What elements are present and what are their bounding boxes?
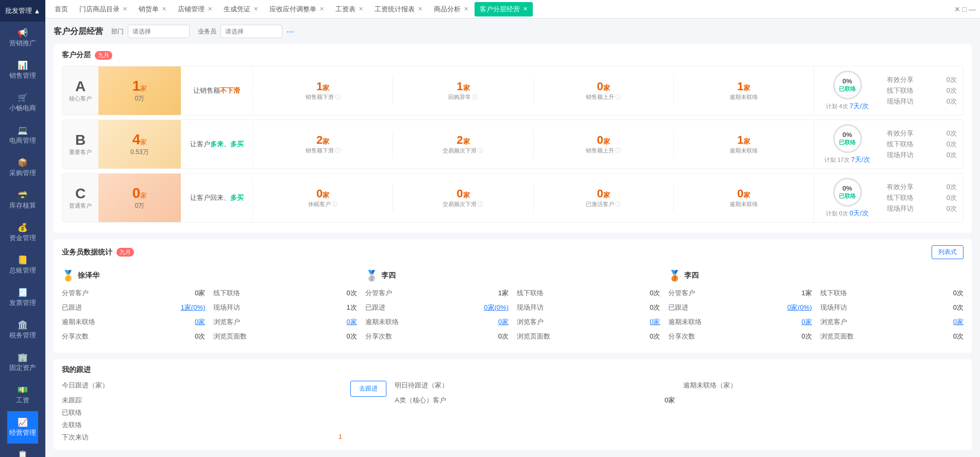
sidebar-item-9[interactable]: 🏛️税务管理 [7, 314, 38, 346]
info-icon[interactable]: ⓘ [615, 200, 621, 208]
tab-close-1[interactable]: ✕ [123, 6, 127, 12]
info-icon[interactable]: ⓘ [615, 147, 621, 155]
staff-stat-link-2-4[interactable]: 0家 [801, 318, 812, 326]
tab-label-0: 首页 [55, 5, 68, 14]
tab-5[interactable]: 应收应付调整单✕ [264, 2, 329, 16]
tab-close-9[interactable]: ✕ [523, 6, 528, 12]
tab-0[interactable]: 首页 [49, 2, 73, 16]
sidebar-item-0[interactable]: 📢营销推广 [7, 22, 38, 54]
customer-section: 客户分层 九月 A 核心客户 1家 0万 让销售额不下滑 1家 销售额下滑ⓘ 1… [54, 44, 972, 233]
sidebar-collapse-icon[interactable]: ▲ [34, 7, 41, 15]
tab-4[interactable]: 生成凭证✕ [218, 2, 263, 16]
staff-stat-link-1-2[interactable]: 0家(0%) [484, 303, 509, 311]
sidebar-item-7[interactable]: 📒总账管理 [7, 249, 38, 281]
tab-close-2[interactable]: ✕ [162, 6, 166, 12]
tier-contact-1: 0% 已联络 计划 17次 7天/次 [814, 120, 881, 168]
restore-window-icon[interactable]: □ [962, 5, 967, 13]
sidebar-icon-0: 📢 [9, 28, 36, 38]
staff-stat-link-0-5[interactable]: 0家 [346, 318, 357, 326]
staff-filter: 业务员 ··· [198, 25, 294, 38]
info-icon[interactable]: ⓘ [472, 93, 478, 101]
info-icon[interactable]: ⓘ [615, 93, 621, 101]
tab-label-2: 销货单 [139, 5, 159, 14]
info-icon[interactable]: ⓘ [332, 200, 337, 208]
sidebar-item-13[interactable]: 📋基础信息 [7, 444, 38, 457]
tab-label-6: 工资表 [335, 5, 356, 14]
staff-stat-link-1-4[interactable]: 0家 [498, 318, 509, 326]
tab-close-6[interactable]: ✕ [359, 6, 363, 12]
page-header: 客户分层经营 部门 业务员 ··· [54, 25, 972, 38]
plan-link[interactable]: 7天/次 [850, 102, 869, 110]
tier-label-0: A 核心客户 [62, 66, 98, 115]
staff-stat-link-2-2[interactable]: 0家(0%) [787, 303, 812, 311]
tab-8[interactable]: 商品分析✕ [429, 2, 474, 16]
sidebar-label-12: 经营管理 [9, 429, 36, 436]
tab-label-5: 应收应付调整单 [269, 5, 316, 14]
sidebar-logo[interactable]: 批发管理 ▲ [0, 0, 45, 22]
info-icon[interactable]: ⓘ [335, 93, 341, 101]
sidebar: 批发管理 ▲ 📢营销推广📊销售管理🛒小畅电商💻电商管理📦采购管理🗃️库存核算💰资… [0, 0, 45, 457]
sidebar-icon-4: 📦 [9, 158, 36, 167]
right-item-0-0: 有效分享 0次 [887, 75, 957, 84]
sidebar-item-3[interactable]: 💻电商管理 [7, 119, 38, 151]
sidebar-item-5[interactable]: 🗃️库存核算 [7, 184, 38, 216]
tab-2[interactable]: 销货单✕ [133, 2, 172, 16]
staff-select[interactable] [221, 25, 282, 38]
sidebar-icon-13: 📋 [9, 450, 36, 457]
dept-select[interactable] [128, 25, 190, 38]
tab-label-9: 客户分层经营 [480, 5, 520, 14]
info-icon[interactable]: ⓘ [478, 200, 483, 208]
staff-stat-1-5: 浏览客户 0家 [517, 316, 660, 328]
minimize-window-icon[interactable]: — [969, 5, 976, 13]
sidebar-icon-11: 💵 [9, 385, 36, 395]
sidebar-item-10[interactable]: 🏢固定资产 [7, 346, 38, 379]
close-window-icon[interactable]: ✕ [954, 5, 960, 13]
more-options-icon[interactable]: ··· [286, 27, 294, 36]
staff-name-2: 李四 [684, 271, 699, 280]
tab-close-5[interactable]: ✕ [319, 6, 324, 12]
tab-label-3: 店铺管理 [178, 5, 205, 14]
tab-close-3[interactable]: ✕ [208, 6, 212, 12]
staff-stat-link-0-4[interactable]: 0家 [195, 318, 205, 326]
sidebar-icon-12: 📈 [9, 417, 36, 427]
info-icon[interactable]: ⓘ [478, 147, 483, 155]
sidebar-logo-text: 批发管理 [5, 6, 32, 15]
tab-6[interactable]: 工资表✕ [330, 2, 368, 16]
sidebar-item-4[interactable]: 📦采购管理 [7, 151, 38, 184]
staff-stat-0-1: 线下联络 0次 [213, 287, 357, 299]
tab-1[interactable]: 门店商品目录✕ [74, 2, 132, 16]
tab-close-4[interactable]: ✕ [254, 6, 258, 12]
followup-row-followup-today-rows-1: 已联络 [62, 407, 342, 419]
tab-close-7[interactable]: ✕ [418, 6, 423, 12]
sidebar-item-1[interactable]: 📊销售管理 [7, 54, 38, 87]
tab-7[interactable]: 工资统计报表✕ [369, 2, 428, 16]
tab-3[interactable]: 店铺管理✕ [173, 2, 217, 16]
staff-stat-link-0-2[interactable]: 1家(0%) [181, 303, 206, 311]
plan-link[interactable]: 7天/次 [851, 156, 870, 163]
plan-link[interactable]: 0天/次 [850, 209, 869, 217]
tab-label-1: 门店商品目录 [79, 5, 120, 14]
tier-main-0: 1家 0万 [98, 66, 181, 115]
staff-name-0: 徐泽华 [78, 271, 99, 280]
staff-stat-1-4: 逾期未联络 0家 [365, 316, 509, 328]
tab-9[interactable]: 客户分层经营✕ [475, 2, 533, 16]
goto-followup-button[interactable]: 去跟进 [350, 381, 386, 397]
tier-slogan-2: 让客户回来、多买 [181, 174, 253, 222]
sidebar-label-11: 工资 [16, 396, 29, 404]
right-item-2-0: 有效分享 0次 [887, 182, 957, 192]
sidebar-icon-6: 💰 [9, 223, 36, 232]
staff-stat-link-2-5[interactable]: 0家 [953, 318, 964, 326]
list-view-button[interactable]: 列表式 [932, 245, 964, 259]
sidebar-item-6[interactable]: 💰资金管理 [7, 216, 38, 249]
sidebar-item-12[interactable]: 📈经营管理 [7, 411, 38, 444]
tab-close-8[interactable]: ✕ [464, 6, 468, 12]
followup-section-header: 我的跟进 [62, 365, 964, 375]
tier-row-0: A 核心客户 1家 0万 让销售额不下滑 1家 销售额下滑ⓘ 1家 回购异常ⓘ … [62, 66, 964, 115]
sidebar-item-2[interactable]: 🛒小畅电商 [7, 87, 38, 119]
sidebar-item-11[interactable]: 💵工资 [7, 379, 38, 411]
followup-overdue-col: 逾期未联络（家） [683, 381, 964, 394]
staff-stat-link-1-5[interactable]: 0家 [650, 318, 660, 326]
sidebar-item-8[interactable]: 🧾发票管理 [7, 281, 38, 314]
info-icon[interactable]: ⓘ [335, 147, 341, 155]
staff-stat-0-3: 现场拜访 1次 [213, 301, 357, 314]
